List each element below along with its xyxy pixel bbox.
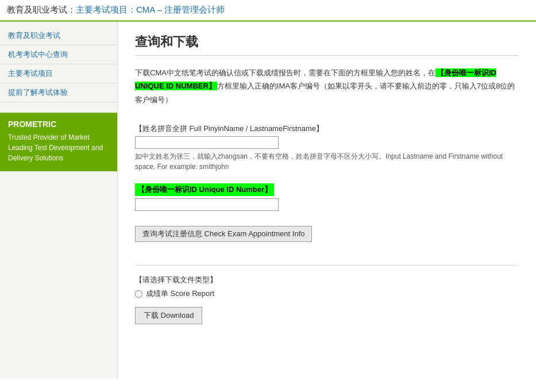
prometric-title: PROMETRIC (8, 120, 109, 129)
id-field-label: 【身份唯一标识ID Unique ID Number】 (135, 183, 274, 196)
sidebar: 教育及职业考试 机考考试中心查询 主要考试项目 提前了解考试体验 PROMETR… (0, 22, 118, 378)
top-header: 教育及职业考试：主要考试项目：CMA – 注册管理会计师 (0, 0, 536, 22)
file-type-label: 【请选择下载文件类型】 (135, 275, 519, 285)
page-title: 查询和下载 (135, 33, 519, 56)
sidebar-item-main-exams[interactable]: 主要考试项目 (0, 64, 117, 83)
prometric-line3: Delivery Solutions (8, 153, 109, 163)
name-field-hint: 如中文姓名为张三，就输入zhangsan，不要有空格，姓名拼音字母不区分大小写。… (135, 151, 519, 172)
score-report-radio[interactable] (135, 290, 142, 298)
sidebar-nav: 教育及职业考试 机考考试中心查询 主要考试项目 提前了解考试体验 (0, 22, 117, 107)
name-input[interactable] (135, 136, 279, 149)
download-button-section: 下载 Download (135, 305, 519, 324)
prometric-line1: Trusted Provider of Market (8, 132, 109, 143)
main-content: 查询和下载 下载CMA中文纸笔考试的确认信或下载成绩报告时，需要在下面的方框里输… (118, 22, 536, 378)
sidebar-item-experience[interactable]: 提前了解考试体验 (0, 83, 117, 102)
separator (135, 265, 519, 266)
download-button[interactable]: 下载 Download (135, 307, 202, 324)
breadcrumb-link[interactable]: 主要考试项目：CMA – 注册管理会计师 (76, 5, 225, 14)
name-field-label: 【姓名拼音全拼 Full PinyinName / LastnameFirstn… (135, 124, 519, 134)
breadcrumb-prefix: 教育及职业考试： (7, 5, 76, 14)
id-field-section: 【身份唯一标识ID Unique ID Number】 (135, 183, 519, 211)
file-type-section: 【请选择下载文件类型】 成绩单 Score Report (135, 275, 519, 299)
sidebar-item-education[interactable]: 教育及职业考试 (0, 26, 117, 45)
page-layout: 教育及职业考试 机考考试中心查询 主要考试项目 提前了解考试体验 PROMETR… (0, 22, 536, 378)
name-field-section: 【姓名拼音全拼 Full PinyinName / LastnameFirstn… (135, 124, 519, 172)
score-report-option: 成绩单 Score Report (135, 289, 519, 299)
score-report-label: 成绩单 Score Report (146, 289, 214, 299)
desc-part1: 下载CMA中文纸笔考试的确认信或下载成绩报告时，需要在下面的方框里输入您的姓名，… (135, 68, 435, 77)
prometric-line2: Leading Test Development and (8, 143, 109, 153)
description: 下载CMA中文纸笔考试的确认信或下载成绩报告时，需要在下面的方框里输入您的姓名，… (135, 66, 519, 106)
check-button-section: 查询考试注册信息 Check Exam Appointment Info (135, 222, 519, 253)
prometric-section: PROMETRIC Trusted Provider of Market Lea… (0, 113, 117, 171)
id-input[interactable] (135, 198, 279, 211)
sidebar-item-test-center[interactable]: 机考考试中心查询 (0, 45, 117, 64)
breadcrumb: 教育及职业考试：主要考试项目：CMA – 注册管理会计师 (7, 5, 225, 16)
check-button[interactable]: 查询考试注册信息 Check Exam Appointment Info (135, 226, 312, 242)
